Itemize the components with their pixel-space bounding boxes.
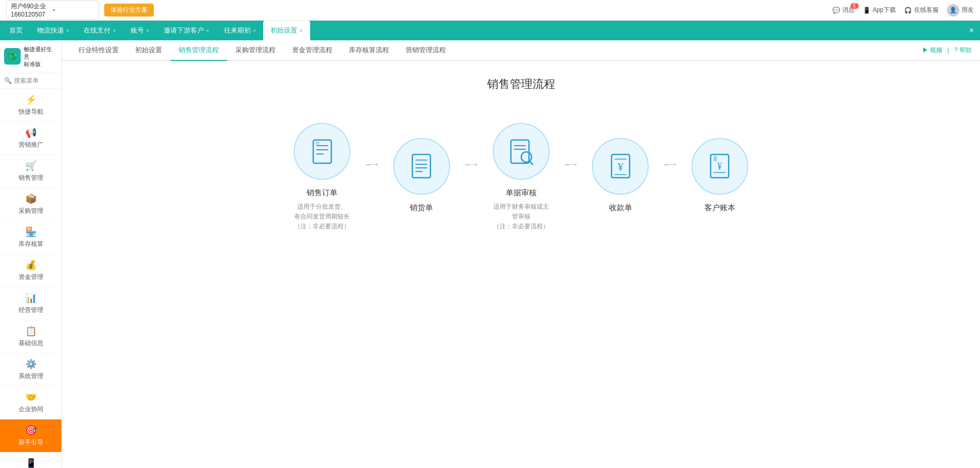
customer-account-name: 客户账本 bbox=[704, 203, 735, 213]
dropdown-arrow-icon: ▾ bbox=[53, 7, 94, 13]
svg-rect-4 bbox=[315, 142, 319, 145]
basic-icon: 📋 bbox=[25, 325, 37, 337]
subtab-industry[interactable]: 行业特性设置 bbox=[70, 40, 127, 61]
flow-step-receipt[interactable]: ¥ 收款单 bbox=[579, 138, 662, 217]
newbie-icon: 🎯 bbox=[25, 425, 37, 436]
message-btn[interactable]: 💬 消息 6 bbox=[832, 6, 855, 14]
close-account-icon[interactable]: × bbox=[146, 27, 149, 34]
nav-tab-home[interactable]: 首页 bbox=[2, 21, 30, 40]
sidebar-item-newbie[interactable]: 🎯 新手引导 bbox=[0, 419, 61, 453]
svg-rect-6 bbox=[415, 159, 427, 161]
play-icon: ▶ bbox=[922, 46, 930, 54]
audit-desc: 适用于财务审核或主管审核（注：非必要流程） bbox=[493, 202, 549, 232]
flow-title: 销售管理流程 bbox=[487, 76, 555, 92]
fast-nav-icon: ⚡ bbox=[25, 94, 37, 105]
sidebar-item-app-center[interactable]: 📱 应用中心 bbox=[0, 453, 61, 468]
top-bar-right: 💬 消息 6 📱 App下载 🎧 在线客服 👤 用友 bbox=[832, 4, 974, 17]
close-invite-icon[interactable]: × bbox=[206, 27, 209, 34]
inventory-label: 库存核算 bbox=[19, 240, 43, 248]
sidebar-search[interactable]: 🔍 搜索菜单 bbox=[0, 73, 61, 89]
subtab-inventory-calc[interactable]: 库存核算流程 bbox=[341, 40, 397, 61]
nav-tab-account[interactable]: 账号 × bbox=[123, 21, 156, 40]
nav-tab-init-label: 初始设置 bbox=[270, 26, 297, 35]
marketing-label: 营销推广 bbox=[19, 141, 43, 149]
sidebar-item-fast-nav[interactable]: ⚡ 快捷导航 bbox=[0, 89, 61, 122]
purchase-icon: 📦 bbox=[25, 193, 37, 205]
user-name-label: 用友 bbox=[961, 6, 974, 14]
subtab-inventory-calc-label: 库存核算流程 bbox=[349, 46, 389, 54]
receipt-name: 收款单 bbox=[609, 203, 632, 213]
receipt-icon: ¥ bbox=[606, 152, 635, 180]
help-link[interactable]: ? 帮助 bbox=[954, 46, 972, 55]
flow-arrow-1: --→ bbox=[365, 158, 378, 171]
nav-tab-payment-label: 在线支付 bbox=[84, 26, 110, 35]
nav-tab-invite-label: 邀请下游客户 bbox=[164, 26, 204, 35]
sales-order-circle bbox=[294, 123, 350, 180]
flow-step-audit[interactable]: 单据审核 适用于财务审核或主管审核（注：非必要流程） bbox=[480, 123, 563, 232]
help-icon: ? bbox=[954, 46, 959, 54]
system-label: 系统管理 bbox=[19, 372, 43, 381]
subtab-init[interactable]: 初始设置 bbox=[127, 40, 170, 61]
subtab-purchase-flow[interactable]: 采购管理流程 bbox=[227, 40, 284, 61]
service-icon: 🎧 bbox=[904, 7, 912, 14]
finance-icon: 💰 bbox=[25, 259, 37, 271]
trial-button[interactable]: 体验行业方案 bbox=[104, 4, 154, 17]
flow-step-customer-account[interactable]: ¥ 客户账本 bbox=[679, 138, 761, 217]
search-label: 搜索菜单 bbox=[14, 76, 39, 85]
help-label: 帮助 bbox=[959, 46, 972, 54]
svg-rect-5 bbox=[412, 154, 430, 178]
sidebar-item-inventory[interactable]: 🏪 库存核算 bbox=[0, 221, 61, 254]
online-service-label: 在线客服 bbox=[914, 6, 939, 14]
nav-tab-init[interactable]: 初始设置 × bbox=[263, 21, 310, 40]
sidebar-item-finance[interactable]: 💰 资金管理 bbox=[0, 254, 61, 287]
sales-label: 销售管理 bbox=[19, 174, 43, 182]
nav-tab-logistics[interactable]: 物流快递 × bbox=[30, 21, 76, 40]
sidebar-item-purchase[interactable]: 📦 采购管理 bbox=[0, 188, 61, 221]
sidebar-item-marketing[interactable]: 📢 营销推广 bbox=[0, 122, 61, 155]
video-label: 视频 bbox=[930, 46, 942, 54]
user-select[interactable]: 用户690企业1660120507 ▾ bbox=[6, 1, 99, 20]
operation-label: 经营管理 bbox=[19, 306, 43, 315]
customer-account-circle: ¥ bbox=[692, 138, 748, 195]
subtab-sales-flow[interactable]: 销售管理流程 bbox=[170, 40, 227, 61]
delivery-circle bbox=[393, 138, 450, 195]
subtab-marketing-flow[interactable]: 营销管理流程 bbox=[397, 40, 454, 61]
inventory-icon: 🏪 bbox=[25, 226, 37, 238]
app-center-icon: 📱 bbox=[25, 458, 37, 468]
sidebar-item-system[interactable]: ⚙️ 系统管理 bbox=[0, 353, 61, 386]
sidebar-item-basic[interactable]: 📋 基础信息 bbox=[0, 320, 61, 353]
nav-tab-invite[interactable]: 邀请下游客户 × bbox=[156, 21, 216, 40]
flow-step-delivery[interactable]: 销货单 bbox=[380, 138, 463, 217]
nav-tab-payment[interactable]: 在线支付 × bbox=[76, 21, 123, 40]
sidebar-item-operation[interactable]: 📊 经营管理 bbox=[0, 287, 61, 320]
delivery-name: 销货单 bbox=[410, 203, 433, 213]
flow-arrow-4: --→ bbox=[664, 158, 677, 171]
marketing-icon: 📢 bbox=[25, 127, 37, 138]
enterprise-label: 企业协同 bbox=[19, 405, 43, 414]
video-link[interactable]: ▶ 视频 bbox=[922, 46, 942, 55]
close-all-tabs-btn[interactable]: × bbox=[965, 26, 978, 35]
avatar: 👤 bbox=[947, 4, 959, 17]
subtab-finance-flow[interactable]: 资金管理流程 bbox=[284, 40, 341, 61]
flow-arrow-3: --→ bbox=[565, 158, 577, 171]
subtab-marketing-flow-label: 营销管理流程 bbox=[406, 46, 446, 54]
flow-arrow-2: --→ bbox=[465, 158, 478, 171]
layout: 🐉 畅捷通好生意 标准版 🔍 搜索菜单 ⚡ 快捷导航 📢 营销推广 🛒 销售管理… bbox=[0, 40, 980, 468]
online-service-btn[interactable]: 🎧 在线客服 bbox=[904, 6, 939, 14]
close-history-icon[interactable]: × bbox=[253, 27, 256, 34]
customer-account-icon: ¥ bbox=[705, 152, 734, 180]
logo-text: 畅捷通好生意 标准版 bbox=[24, 45, 57, 68]
purchase-label: 采购管理 bbox=[19, 207, 43, 215]
nav-tab-history[interactable]: 往来期初 × bbox=[217, 21, 263, 40]
user-menu[interactable]: 👤 用友 bbox=[947, 4, 974, 17]
flow-step-sales-order[interactable]: 销售订单 适用于分批发货、有合同发货周期较长（注：非必要流程） bbox=[281, 123, 363, 232]
sidebar-item-sales[interactable]: 🛒 销售管理 bbox=[0, 155, 61, 188]
sub-tab-right: ▶ 视频 | ? 帮助 bbox=[922, 46, 972, 55]
close-logistics-icon[interactable]: × bbox=[66, 27, 69, 34]
app-download-btn[interactable]: 📱 App下载 bbox=[863, 6, 896, 14]
svg-rect-21 bbox=[714, 156, 717, 161]
sidebar-item-enterprise[interactable]: 🤝 企业协同 bbox=[0, 386, 61, 419]
close-init-icon[interactable]: × bbox=[299, 27, 302, 34]
close-payment-icon[interactable]: × bbox=[113, 27, 116, 34]
main-content: 行业特性设置 初始设置 销售管理流程 采购管理流程 资金管理流程 库存核算流程 … bbox=[62, 40, 980, 468]
